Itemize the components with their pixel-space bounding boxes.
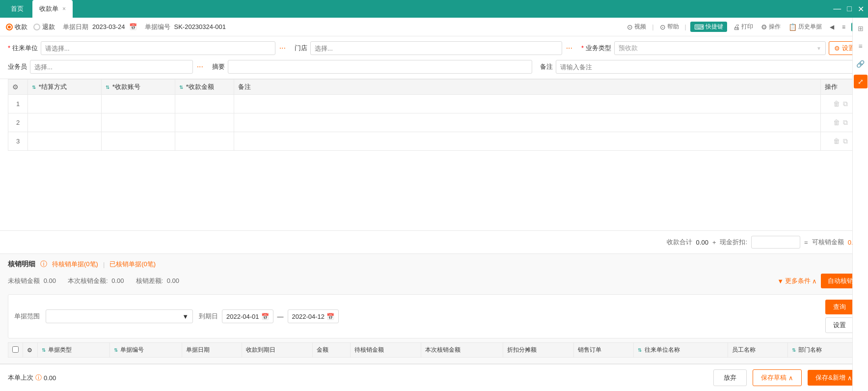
diff-label: 核销差额: bbox=[136, 277, 163, 284]
this-time-label: 本次核销金额: bbox=[68, 277, 108, 284]
writeoff-header: 核销明细 ⓘ 待核销单据(0笔) | 已核销单据(0笔) bbox=[8, 260, 860, 269]
uncanceled-stat: 未核销金额 0.00 bbox=[8, 277, 58, 285]
table-row: 1 🗑 ⧉ bbox=[8, 95, 860, 113]
row-account-2[interactable] bbox=[102, 113, 175, 132]
th-doc-date-label: 单据日期 bbox=[186, 346, 210, 353]
remark-field: 备注 bbox=[540, 60, 860, 74]
row-remark-1[interactable] bbox=[234, 95, 821, 113]
date-from-input[interactable]: 2022-04-01 📅 bbox=[222, 309, 273, 323]
save-new-arrow: ∧ bbox=[847, 374, 852, 382]
delete-icon-2[interactable]: 🗑 bbox=[833, 118, 840, 127]
staff-input[interactable] bbox=[30, 60, 193, 74]
save-draft-button[interactable]: 保存草稿 ∧ bbox=[753, 369, 802, 386]
th-action-label: 操作 bbox=[825, 83, 838, 90]
layout1-btn[interactable]: ≡ bbox=[840, 23, 847, 31]
prev-btn[interactable]: ◀ bbox=[828, 23, 836, 31]
biz-type-select[interactable]: 预收款 ▼ bbox=[614, 41, 826, 55]
tab-home[interactable]: 首页 bbox=[4, 0, 30, 18]
staff-more-btn[interactable]: ··· bbox=[196, 62, 204, 71]
layout1-icon: ≡ bbox=[842, 24, 845, 30]
date-to-input[interactable]: 2022-04-12 📅 bbox=[288, 309, 339, 323]
sidebar-icon-link[interactable]: 🔗 bbox=[854, 57, 868, 71]
filter-icon: ▼ bbox=[777, 278, 784, 285]
staff-label: 业务员 bbox=[8, 62, 27, 71]
calendar-from-icon: 📅 bbox=[261, 313, 269, 320]
query-button[interactable]: 查询 bbox=[825, 300, 854, 314]
done-tab[interactable]: 已核销单据(0笔) bbox=[109, 260, 156, 269]
th-settle-label: *结算方式 bbox=[39, 83, 67, 90]
counterpart-more-btn[interactable]: ··· bbox=[278, 44, 287, 53]
diff-stat: 核销差额: 0.00 bbox=[136, 277, 182, 285]
print-btn[interactable]: 🖨 打印 bbox=[731, 22, 755, 32]
row-amount-2[interactable] bbox=[175, 113, 234, 132]
help-btn[interactable]: ⊙ 帮助 bbox=[658, 22, 681, 32]
plus-sign: + bbox=[712, 239, 716, 246]
history-btn[interactable]: 📋 历史单据 bbox=[787, 22, 824, 32]
filter-date-group: 到期日 2022-04-01 📅 — 2022-04-12 📅 bbox=[199, 309, 339, 323]
sidebar-icon-table[interactable]: ≡ bbox=[854, 39, 868, 53]
counterpart-input[interactable] bbox=[41, 41, 275, 55]
minimize-icon[interactable]: — bbox=[833, 4, 841, 14]
video-btn[interactable]: ⊙ 视频 bbox=[625, 22, 648, 32]
net-label: 可核销金额 bbox=[812, 238, 844, 247]
chevron-up-icon: ∧ bbox=[812, 278, 817, 285]
copy-icon-1[interactable]: ⧉ bbox=[843, 100, 848, 108]
copy-icon-2[interactable]: ⧉ bbox=[843, 118, 848, 127]
calendar-icon[interactable]: 📅 bbox=[129, 23, 137, 30]
row-amount-1[interactable] bbox=[175, 95, 234, 113]
remark-label: 备注 bbox=[540, 62, 553, 71]
th-account: ⇅ *收款账号 bbox=[102, 80, 175, 95]
row-account-1[interactable] bbox=[102, 95, 175, 113]
discount-input[interactable] bbox=[751, 236, 800, 249]
store-input[interactable] bbox=[310, 41, 562, 55]
radio-collection[interactable]: 收款 bbox=[6, 23, 27, 31]
sidebar-icon-grid[interactable]: ⊞ bbox=[854, 22, 868, 35]
maximize-icon[interactable]: □ bbox=[847, 4, 852, 14]
row-settle-3[interactable] bbox=[28, 132, 102, 151]
save-draft-arrow: ∧ bbox=[788, 374, 793, 382]
summary-input[interactable] bbox=[228, 60, 532, 74]
summary-row: 收款合计 0.00 + 现金折扣: = 可核销金额 0.00 bbox=[0, 230, 868, 253]
shortcut-btn[interactable]: ⌨ 快捷键 bbox=[690, 22, 727, 32]
delete-icon-3[interactable]: 🗑 bbox=[833, 137, 840, 145]
sidebar-icon-expand[interactable]: ⤢ bbox=[854, 75, 868, 88]
row-settle-1[interactable] bbox=[28, 95, 102, 113]
remark-input[interactable] bbox=[556, 60, 860, 74]
range-dropdown-icon: ▼ bbox=[182, 313, 189, 320]
query-label: 查询 bbox=[833, 303, 846, 310]
row-remark-3[interactable] bbox=[234, 132, 821, 151]
pending-tab[interactable]: 待核销单据(0笔) bbox=[52, 260, 98, 269]
row-settle-2[interactable] bbox=[28, 113, 102, 132]
writeoff-info-icon[interactable]: ⓘ bbox=[40, 260, 47, 269]
operation-icon: ⚙ bbox=[761, 23, 767, 31]
this-time-stat: 本次核销金额: 0.00 bbox=[68, 277, 126, 285]
carry-info-icon[interactable]: ⓘ bbox=[35, 373, 42, 382]
tab-close-icon[interactable]: × bbox=[62, 5, 66, 12]
range-select[interactable]: ▼ bbox=[46, 309, 193, 323]
filter-settings-button[interactable]: 设置 bbox=[825, 317, 854, 333]
select-all-checkbox[interactable] bbox=[12, 346, 19, 353]
more-conditions-label: 更多条件 bbox=[785, 277, 811, 285]
discard-button[interactable]: 放弃 bbox=[713, 369, 747, 386]
radio-refund[interactable]: 退款 bbox=[33, 23, 55, 31]
operation-btn[interactable]: ⚙ 操作 bbox=[759, 22, 783, 32]
filter-actions: 查询 设置 bbox=[825, 300, 854, 333]
copy-icon-3[interactable]: ⧉ bbox=[843, 137, 848, 145]
biz-type-value: 预收款 bbox=[619, 44, 638, 53]
th-staff: 员工名称 bbox=[728, 343, 788, 358]
radio-collection-label: 收款 bbox=[15, 23, 27, 31]
table-settings-icon[interactable]: ⚙ bbox=[12, 83, 19, 91]
main-content: 收款 退款 单据日期 2023-03-24 📅 单据编号 SK-20230324… bbox=[0, 18, 868, 391]
th-doc-num: ⇅ 单据编号 bbox=[109, 343, 182, 358]
row-amount-3[interactable] bbox=[175, 132, 234, 151]
row-remark-2[interactable] bbox=[234, 113, 821, 132]
store-more-btn[interactable]: ··· bbox=[565, 44, 573, 53]
th-doc-num-label: 单据编号 bbox=[120, 346, 144, 353]
row-account-3[interactable] bbox=[102, 132, 175, 151]
delete-icon-1[interactable]: 🗑 bbox=[833, 100, 840, 108]
close-icon[interactable]: ✕ bbox=[858, 4, 864, 14]
tab-collection[interactable]: 收款单 × bbox=[32, 0, 73, 18]
table2-settings-icon[interactable]: ⚙ bbox=[27, 347, 32, 354]
more-conditions-btn[interactable]: ▼ 更多条件 ∧ bbox=[777, 277, 817, 285]
history-icon: 📋 bbox=[788, 23, 797, 31]
